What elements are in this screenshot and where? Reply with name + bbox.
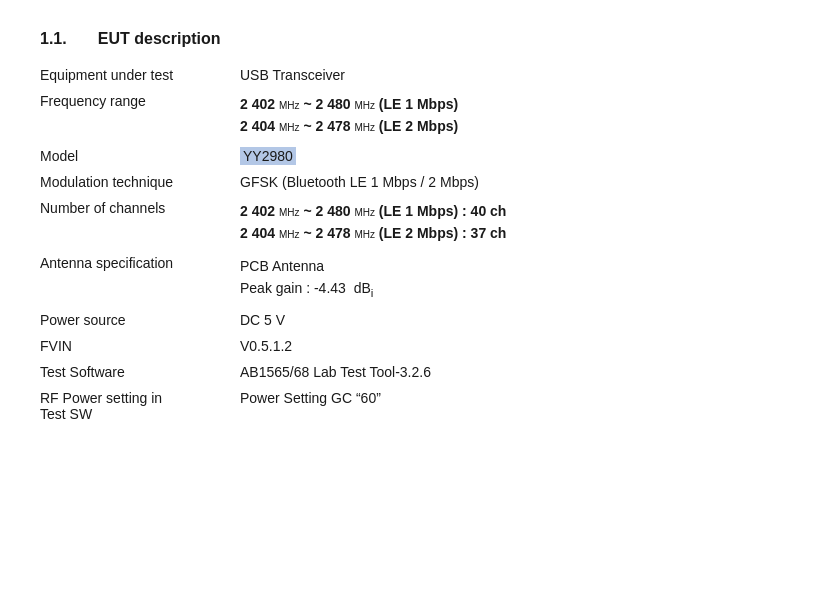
label-power: Power source xyxy=(40,307,240,333)
table-row: FVIN V0.5.1.2 xyxy=(40,333,785,359)
table-row: RF Power setting inTest SW Power Setting… xyxy=(40,385,785,427)
channels-line2: 2 404 MHz ~ 2 478 MHz (LE 2 Mbps) : 37 c… xyxy=(240,222,785,244)
table-row: Number of channels 2 402 MHz ~ 2 480 MHz… xyxy=(40,195,785,250)
value-rf-power: Power Setting GC “60” xyxy=(240,385,785,427)
value-antenna: PCB Antenna Peak gain : -4.43 dBi xyxy=(240,250,785,308)
label-modulation: Modulation technique xyxy=(40,169,240,195)
antenna-line2: Peak gain : -4.43 dBi xyxy=(240,277,785,302)
label-channels: Number of channels xyxy=(40,195,240,250)
table-row: Antenna specification PCB Antenna Peak g… xyxy=(40,250,785,308)
table-row: Test Software AB1565/68 Lab Test Tool-3.… xyxy=(40,359,785,385)
label-test-software: Test Software xyxy=(40,359,240,385)
table-row: Model YY2980 xyxy=(40,143,785,169)
antenna-line1: PCB Antenna xyxy=(240,255,785,277)
eut-description-table: Equipment under test USB Transceiver Fre… xyxy=(40,62,785,427)
value-frequency: 2 402 MHz ~ 2 480 MHz (LE 1 Mbps) 2 404 … xyxy=(240,88,785,143)
label-frequency: Frequency range xyxy=(40,88,240,143)
value-equipment: USB Transceiver xyxy=(240,62,785,88)
value-power: DC 5 V xyxy=(240,307,785,333)
section-title: EUT description xyxy=(98,30,221,47)
value-modulation: GFSK (Bluetooth LE 1 Mbps / 2 Mbps) xyxy=(240,169,785,195)
section-header: 1.1. EUT description xyxy=(40,30,785,48)
label-rf-power: RF Power setting inTest SW xyxy=(40,385,240,427)
label-fvin: FVIN xyxy=(40,333,240,359)
label-model: Model xyxy=(40,143,240,169)
value-fvin: V0.5.1.2 xyxy=(240,333,785,359)
channels-line1: 2 402 MHz ~ 2 480 MHz (LE 1 Mbps) : 40 c… xyxy=(240,200,785,222)
value-channels: 2 402 MHz ~ 2 480 MHz (LE 1 Mbps) : 40 c… xyxy=(240,195,785,250)
label-equipment: Equipment under test xyxy=(40,62,240,88)
frequency-line2: 2 404 MHz ~ 2 478 MHz (LE 2 Mbps) xyxy=(240,115,785,137)
model-value: YY2980 xyxy=(240,147,296,165)
table-row: Power source DC 5 V xyxy=(40,307,785,333)
table-row: Equipment under test USB Transceiver xyxy=(40,62,785,88)
value-model: YY2980 xyxy=(240,143,785,169)
label-antenna: Antenna specification xyxy=(40,250,240,308)
section-number: 1.1. xyxy=(40,30,67,47)
table-row: Frequency range 2 402 MHz ~ 2 480 MHz (L… xyxy=(40,88,785,143)
value-test-software: AB1565/68 Lab Test Tool-3.2.6 xyxy=(240,359,785,385)
table-row: Modulation technique GFSK (Bluetooth LE … xyxy=(40,169,785,195)
frequency-line1: 2 402 MHz ~ 2 480 MHz (LE 1 Mbps) xyxy=(240,93,785,115)
